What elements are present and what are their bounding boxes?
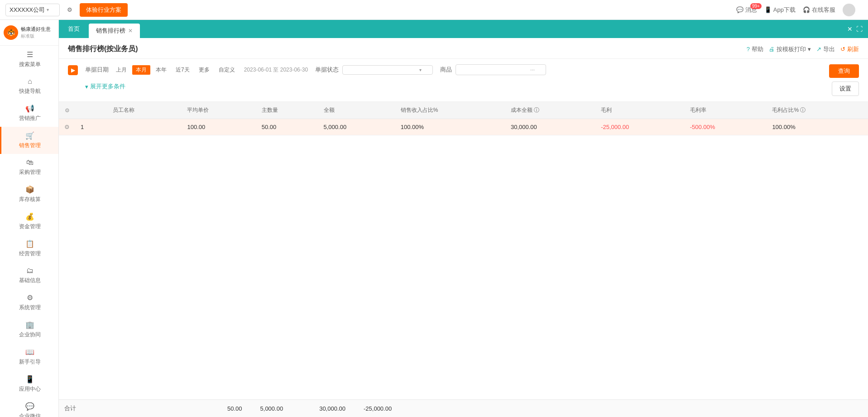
enterprise-icon: 🏢 [25, 321, 34, 329]
query-button[interactable]: 查询 [829, 64, 859, 78]
cell-profit-pct: 100.00% [767, 119, 868, 135]
footer-qty: 50.00 [227, 405, 242, 412]
online-service-button[interactable]: 🎧 在线客服 [803, 6, 835, 14]
col-sales-pct: 销售收入占比% [395, 102, 505, 119]
sidebar-item-finance[interactable]: 💰 资金管理 [0, 208, 58, 235]
print-chevron-icon: ▾ [808, 46, 811, 53]
sales-icon: 🛒 [25, 131, 34, 140]
cell-rank: 1 [75, 119, 107, 135]
template-print-button[interactable]: 🖨 按模板打印 ▾ [769, 45, 811, 53]
column-settings-button[interactable]: 设置 [832, 81, 859, 96]
sidebar-item-basic-info[interactable]: 🗂 基础信息 [0, 262, 58, 289]
message-icon: 💬 [736, 6, 743, 13]
expand-btn[interactable]: ▾ 展开更多条件 [85, 82, 125, 91]
sidebar-item-inventory[interactable]: 📦 库存核算 [0, 181, 58, 208]
filter-toggle-btn[interactable]: ▶ [68, 65, 78, 75]
tab-sales-rank[interactable]: 销售排行榜 ✕ [89, 24, 140, 38]
sidebar-item-quick-nav[interactable]: ⌂ 快捷导航 [0, 73, 58, 100]
table-row: ⚙ 1 100.00 50.00 5,000.00 100.00% 30,000… [59, 119, 868, 135]
sidebar-label-search-order: 搜索菜单 [19, 61, 41, 68]
footer-amount-value: 5,000.00 [260, 405, 283, 412]
tab-close-window-icon[interactable]: ✕ [847, 25, 853, 33]
sidebar-item-enterprise[interactable]: 🏢 企业协同 [0, 316, 58, 343]
table-container: ⚙ 员工名称 平均单价 主数量 全额 销售收入占比% 成本全额 ⓘ 毛利 毛利率… [59, 102, 868, 399]
sidebar-item-search-order[interactable]: ☰ 搜索菜单 [0, 46, 58, 73]
goods-input[interactable]: ··· [456, 64, 546, 75]
col-cost: 成本全额 ⓘ [505, 102, 595, 119]
message-button[interactable]: 💬 消息 99+ [736, 6, 757, 14]
operations-icon: 📋 [25, 240, 34, 248]
sidebar-label-guide: 新手引导 [19, 358, 41, 366]
sidebar-item-sales[interactable]: 🛒 销售管理 [0, 127, 58, 154]
sidebar-item-guide[interactable]: 📖 新手引导 [0, 343, 58, 370]
pill-this-year[interactable]: 本年 [152, 65, 170, 75]
footer-label-area: 合计 [64, 404, 209, 412]
sidebar-item-purchase[interactable]: 🛍 采购管理 [0, 154, 58, 181]
pill-more[interactable]: 更多 [195, 65, 213, 75]
sidebar-label-sales: 销售管理 [19, 142, 41, 149]
top-bar-right: 💬 消息 99+ 📱 App下载 🎧 在线客服 [736, 4, 863, 16]
settings-icon-btn[interactable]: ⚙ [63, 4, 76, 16]
status-chevron-icon: ▾ [419, 67, 422, 72]
pill-last-7days[interactable]: 近7天 [172, 65, 193, 75]
col-profit-rate: 毛利率 [685, 102, 767, 119]
cell-qty: 50.00 [256, 119, 318, 135]
pill-this-month[interactable]: 本月 [132, 65, 150, 75]
avatar[interactable] [843, 4, 855, 16]
status-label: 单据状态 [315, 66, 339, 74]
tab-home-label: 首页 [68, 25, 80, 33]
sidebar-label-basic-info: 基础信息 [19, 277, 41, 284]
cell-amount: 5,000.00 [318, 119, 395, 135]
status-select[interactable]: ▾ [342, 65, 433, 75]
app-download-button[interactable]: 📱 App下载 [764, 6, 796, 14]
sidebar-item-system[interactable]: ⚙ 系统管理 [0, 289, 58, 316]
tab-close-icon[interactable]: ✕ [128, 28, 133, 34]
status-filter-group: 单据状态 ▾ [315, 65, 433, 75]
pill-custom[interactable]: 自定义 [215, 65, 239, 75]
sidebar-item-wechat[interactable]: 💬 企业微信 [0, 398, 58, 417]
sidebar-label-purchase: 采购管理 [19, 168, 41, 176]
basic-info-icon: 🗂 [26, 267, 34, 275]
guide-icon: 📖 [25, 348, 34, 356]
sidebar-label-quick-nav: 快捷导航 [19, 87, 41, 95]
cell-profit-rate: -500.00% [685, 119, 767, 135]
help-button[interactable]: ? 帮助 [747, 45, 763, 53]
marketing-icon: 📢 [25, 104, 34, 113]
export-button[interactable]: ↗ 导出 [816, 45, 835, 53]
sidebar-item-marketing[interactable]: 📢 营销推广 [0, 100, 58, 127]
cell-avg-price: 100.00 [182, 119, 256, 135]
sidebar-item-app-center[interactable]: 📱 应用中心 [0, 370, 58, 398]
page-title: 销售排行榜(按业务员) [68, 44, 138, 54]
purchase-icon: 🛍 [26, 158, 34, 167]
filter-row-1: 单据日期 上月 本月 本年 近7天 更多 自定义 2023-06-01 至 20… [85, 64, 822, 75]
footer-profit: -25,000.00 [364, 405, 392, 412]
message-badge: 99+ [750, 3, 762, 9]
content-area: 首页 销售排行榜 ✕ ✕ ⛶ 销售排行榜(按业务员) ? 帮助 [59, 20, 868, 417]
col-rank [75, 102, 107, 119]
company-selector[interactable]: XXXXXX公司 ▾ [5, 4, 60, 16]
logo-sub: 标准版 [21, 33, 51, 39]
finance-icon: 💰 [25, 212, 34, 221]
col-amount: 全额 [318, 102, 395, 119]
sidebar-label-wechat: 企业微信 [19, 412, 41, 417]
help-icon: ? [747, 46, 750, 53]
arrow-icon: ▶ [71, 67, 75, 73]
sidebar-label-marketing: 营销推广 [19, 115, 41, 122]
print-icon: 🖨 [769, 46, 775, 53]
sidebar-label-operations: 经营管理 [19, 250, 41, 258]
tab-home[interactable]: 首页 [59, 20, 89, 38]
page-header-actions: ? 帮助 🖨 按模板打印 ▾ ↗ 导出 ↺ 刷新 [747, 45, 859, 53]
tab-maximize-icon[interactable]: ⛶ [856, 25, 863, 33]
refresh-button[interactable]: ↺ 刷新 [840, 45, 859, 53]
logo-symbol: 🐯 [7, 29, 15, 36]
sidebar-label-inventory: 库存核算 [19, 196, 41, 203]
sales-rank-table: ⚙ 员工名称 平均单价 主数量 全额 销售收入占比% 成本全额 ⓘ 毛利 毛利率… [59, 102, 868, 135]
sidebar-item-operations[interactable]: 📋 经营管理 [0, 235, 58, 262]
cell-cost: 30,000.00 [505, 119, 595, 135]
company-name: XXXXXX公司 [10, 6, 45, 14]
pill-last-month[interactable]: 上月 [112, 65, 130, 75]
sidebar-label-system: 系统管理 [19, 304, 41, 312]
trial-button[interactable]: 体验行业方案 [80, 3, 128, 17]
cell-settings: ⚙ [59, 119, 75, 135]
top-bar: XXXXXX公司 ▾ ⚙ 体验行业方案 💬 消息 99+ 📱 App下载 🎧 在… [0, 0, 868, 20]
